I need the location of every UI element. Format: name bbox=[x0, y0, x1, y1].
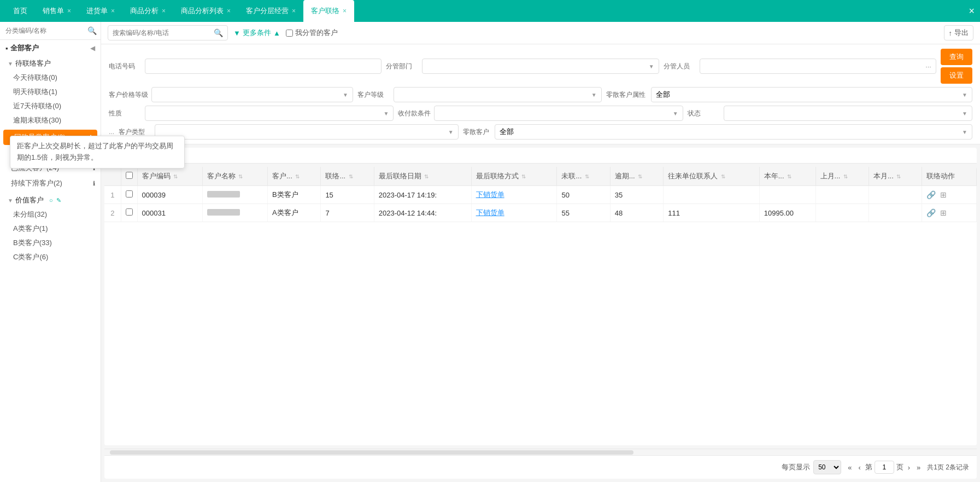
sidebar-item-tomorrow[interactable]: 明天待联络(1) bbox=[0, 85, 101, 99]
filter-retail-customer: 零散客户 全部 ▼ bbox=[463, 124, 972, 140]
row-checkbox-0[interactable] bbox=[126, 190, 133, 198]
nav-customer-seg[interactable]: 客户分层经营 × bbox=[238, 0, 303, 22]
pay-terms-select[interactable]: ▼ bbox=[434, 106, 683, 121]
sort-type-icon[interactable]: ⇅ bbox=[295, 173, 300, 179]
next-page-btn[interactable]: › bbox=[906, 462, 912, 473]
sidebar-item-ungroup[interactable]: 未分组(32) bbox=[0, 207, 101, 222]
phone-input[interactable] bbox=[145, 59, 382, 74]
sidebar-item-c-class[interactable]: C类客户(6) bbox=[0, 250, 101, 264]
action-link-icon-1[interactable]: 🔗 bbox=[926, 208, 936, 217]
more-dots-btn[interactable]: ... bbox=[109, 128, 114, 136]
sidebar-item-7days[interactable]: 近7天待联络(0) bbox=[0, 99, 101, 113]
sort-year-icon[interactable]: ⇅ bbox=[787, 173, 791, 179]
last-page-btn[interactable]: » bbox=[914, 462, 923, 473]
cell-actions-1: 🔗 ⊞ bbox=[922, 204, 977, 222]
price-level-label: 客户价格等级 bbox=[109, 90, 148, 100]
sort-overdue-icon[interactable]: ⇅ bbox=[638, 173, 642, 179]
sidebar-search-icon[interactable]: 🔍 bbox=[87, 26, 97, 35]
horizontal-scrollbar[interactable] bbox=[104, 449, 977, 455]
select-all-checkbox[interactable] bbox=[126, 172, 133, 179]
close-purchase-icon[interactable]: × bbox=[111, 7, 115, 15]
th-this-year: 本年... ⇅ bbox=[759, 167, 815, 186]
nav-home[interactable]: 首页 bbox=[5, 0, 35, 22]
sort-contact-icon[interactable]: ⇅ bbox=[349, 173, 353, 179]
set-button[interactable]: 设置 bbox=[941, 67, 972, 84]
sort-this-month-icon[interactable]: ⇅ bbox=[896, 173, 901, 179]
nav-purchase[interactable]: 进货单 × bbox=[79, 0, 122, 22]
value-customer-edit-icon[interactable]: ✎ bbox=[56, 197, 61, 204]
th-num bbox=[104, 167, 121, 186]
search-input[interactable] bbox=[113, 29, 214, 37]
close-goods-analysis-icon[interactable]: × bbox=[162, 7, 166, 15]
export-button[interactable]: ↑ 导出 bbox=[944, 25, 974, 40]
scrollbar-thumb[interactable] bbox=[110, 450, 633, 455]
pending-group[interactable]: ▼ 待联络客户 bbox=[0, 56, 101, 71]
cell-way-1[interactable]: 下销货单 bbox=[471, 204, 557, 222]
sort-last-month-icon[interactable]: ⇅ bbox=[843, 173, 848, 179]
query-button[interactable]: 查询 bbox=[941, 49, 972, 65]
contact-way-link-1[interactable]: 下销货单 bbox=[476, 208, 504, 217]
sidebar-item-today[interactable]: 今天待联络(0) bbox=[0, 71, 101, 85]
th-unit-contact: 往来单位联系人 ⇅ bbox=[664, 167, 760, 186]
nav-customer-contact[interactable]: 客户联络 × bbox=[303, 0, 354, 22]
my-customer-checkbox-wrap[interactable]: 我分管的客户 bbox=[286, 28, 338, 38]
status-select[interactable]: ▼ bbox=[724, 106, 972, 121]
search-filter-icon[interactable]: 🔍 bbox=[214, 28, 223, 37]
manager-label: 分管人员 bbox=[664, 62, 696, 71]
value-customer-group[interactable]: ▼ 价值客户 ○ ✎ bbox=[0, 193, 101, 207]
cell-check-0[interactable] bbox=[121, 186, 137, 204]
customer-level-select[interactable]: ▼ bbox=[394, 87, 602, 102]
total-label: 共1页 2条记录 bbox=[927, 463, 969, 472]
sidebar-search-input[interactable] bbox=[5, 27, 87, 34]
cell-uncontacted-0: 50 bbox=[557, 186, 610, 204]
cell-way-0[interactable]: 下销货单 bbox=[471, 186, 557, 204]
nav-goods-list[interactable]: 商品分析列表 × bbox=[173, 0, 238, 22]
cell-overdue-1: 48 bbox=[610, 204, 663, 222]
prev-page-btn[interactable]: ‹ bbox=[856, 462, 862, 473]
first-page-btn[interactable]: « bbox=[846, 462, 854, 473]
nav-sales[interactable]: 销售单 × bbox=[35, 0, 79, 22]
sidebar-item-b-class[interactable]: B类客户(33) bbox=[0, 236, 101, 250]
cell-check-1[interactable] bbox=[121, 204, 137, 222]
page-unit: 页 bbox=[896, 462, 903, 472]
sort-unit-icon[interactable]: ⇅ bbox=[721, 173, 725, 179]
close-sales-icon[interactable]: × bbox=[67, 7, 71, 15]
more-conditions-btn[interactable]: ▼ 更多条件 ▲ bbox=[233, 28, 280, 38]
sidebar-item-declining[interactable]: 持续下滑客户(2) ℹ bbox=[0, 176, 101, 191]
close-customer-contact-icon[interactable]: × bbox=[343, 7, 347, 15]
cell-year-1: 10995.00 bbox=[759, 204, 815, 222]
contact-way-link-0[interactable]: 下销货单 bbox=[476, 190, 504, 199]
sidebar-item-a-class[interactable]: A类客户(1) bbox=[0, 222, 101, 236]
close-goods-list-icon[interactable]: × bbox=[227, 7, 231, 15]
export-icon: ↑ bbox=[949, 29, 953, 37]
all-customers-section[interactable]: ▪ 全部客户 ◀ bbox=[0, 40, 101, 56]
sort-code-icon[interactable]: ⇅ bbox=[173, 173, 178, 179]
close-customer-seg-icon[interactable]: × bbox=[292, 7, 296, 15]
window-close-button[interactable]: × bbox=[969, 0, 975, 22]
row-checkbox-1[interactable] bbox=[126, 208, 133, 216]
retail-attr-select[interactable]: 全部 ▼ bbox=[651, 87, 972, 102]
name-blur-1 bbox=[207, 209, 240, 216]
action-grid-icon-1[interactable]: ⊞ bbox=[940, 208, 947, 217]
action-link-icon-0[interactable]: 🔗 bbox=[926, 190, 936, 199]
sort-date-icon[interactable]: ⇅ bbox=[424, 173, 429, 179]
retail-customer-select[interactable]: 全部 ▼ bbox=[495, 124, 972, 140]
nav-goods-analysis[interactable]: 商品分析 × bbox=[122, 0, 173, 22]
cell-contact-0: 15 bbox=[321, 186, 374, 204]
my-customer-checkbox[interactable] bbox=[286, 30, 293, 37]
per-page-select[interactable]: 50 20 100 bbox=[813, 460, 841, 474]
manager-select[interactable]: ··· bbox=[700, 59, 936, 74]
customer-type-select[interactable]: ▼ bbox=[155, 124, 459, 140]
price-level-select[interactable]: ▼ bbox=[151, 87, 353, 102]
sidebar-collapse-icon[interactable]: ◀ bbox=[90, 44, 95, 52]
table-row: 1 000039 B类客户 15 2023-04-17 14:19: 下销货单 … bbox=[104, 186, 977, 204]
value-customer-circle-icon: ○ bbox=[49, 197, 53, 204]
action-grid-icon-0[interactable]: ⊞ bbox=[940, 190, 947, 199]
sort-uncontacted-icon[interactable]: ⇅ bbox=[585, 173, 589, 179]
sort-name-icon[interactable]: ⇅ bbox=[238, 173, 243, 179]
gender-select[interactable]: ▼ bbox=[145, 106, 394, 121]
dept-select[interactable]: ▼ bbox=[422, 59, 659, 74]
sidebar-item-overdue[interactable]: 逾期未联络(30) bbox=[0, 113, 101, 127]
sort-way-icon[interactable]: ⇅ bbox=[521, 173, 526, 179]
page-number-input[interactable] bbox=[875, 461, 894, 474]
